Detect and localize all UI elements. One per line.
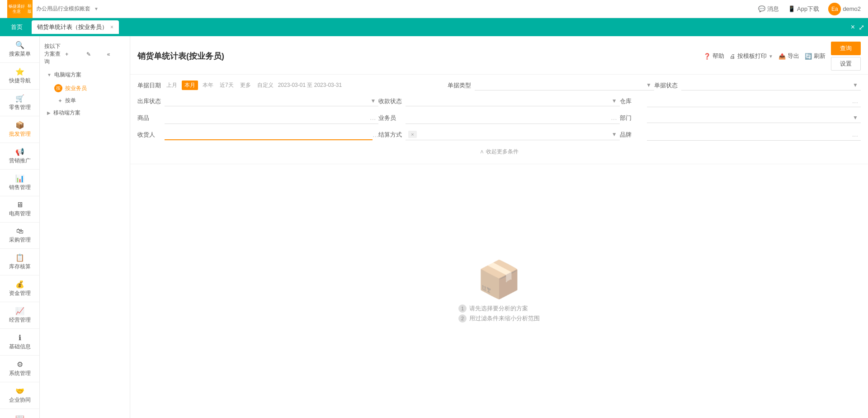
department-label: 部门 (620, 114, 647, 122)
sidebar-item-quicknav[interactable]: ⭐ 快捷导航 (0, 63, 39, 90)
goods-dots[interactable]: ... (370, 114, 376, 122)
filter-brand: 品牌 ... (620, 128, 861, 141)
edit-scheme-button[interactable]: ✎ (86, 51, 104, 57)
close-window-button[interactable]: × (851, 23, 855, 32)
empty-illustration: 📦 (476, 258, 522, 301)
sidebar-item-sales[interactable]: 📊 销售管理 (0, 170, 39, 196)
add-scheme-button[interactable]: + (65, 51, 83, 57)
date-tab-thismonth[interactable]: 本月 (182, 81, 198, 90)
date-tab-custom[interactable]: 自定义 (255, 81, 275, 90)
sidebar-item-finance[interactable]: 💰 资金管理 (0, 276, 39, 302)
sidebar-item-search[interactable]: 🔍 搜索菜单 (0, 36, 39, 63)
brand-dots[interactable]: ... (852, 130, 858, 138)
brand-select[interactable]: ... (647, 128, 861, 141)
print-dropdown-icon: ▼ (769, 54, 773, 59)
collapse-panel-button[interactable]: « (107, 51, 125, 57)
docstatus-label: 单据状态 (654, 81, 681, 90)
tree-child-by-salesperson[interactable]: 按 按业务员 (40, 81, 130, 95)
box-icon: 📦 (2, 121, 38, 129)
top-bar-left: 畅捷通好生意 标版 办公用品行业模拟账套 ▼ (7, 0, 99, 18)
tree-pc-group[interactable]: ▼ 电脑端方案 (40, 68, 130, 81)
empty-state: 📦 1 请先选择要分析的方案 2 用过滤条件来缩小分析范围 (130, 164, 868, 418)
filter-doctype: 单据类型 ▼ (448, 80, 654, 90)
paymentstatus-select[interactable]: ▼ (406, 96, 619, 106)
doctype-chevron: ▼ (646, 82, 651, 88)
date-tab-thisyear[interactable]: 本年 (201, 81, 215, 90)
tree-group-pc: ▼ 电脑端方案 按 按业务员 ✦ 按单 (40, 68, 130, 106)
date-label: 单据日期 (137, 81, 165, 90)
hint-num-2: 2 (458, 314, 467, 323)
gear-icon: ⚙ (2, 360, 38, 369)
sidebar-item-guide[interactable]: 📖 新手引导 (0, 409, 39, 418)
docstatus-chevron: ▼ (853, 82, 858, 88)
download-icon: 📱 (788, 5, 795, 12)
receiver-input[interactable] (165, 129, 373, 140)
date-tab-more[interactable]: 更多 (238, 81, 253, 90)
tab-sales-stats[interactable]: 销货单统计表（按业务员） × (32, 20, 119, 34)
filter-receiver: 收货人 ... (137, 129, 378, 140)
trend-icon: 📈 (2, 307, 38, 315)
main-container: 🔍 搜索菜单 ⭐ 快捷导航 🛒 零售管理 📦 批发管理 📢 营销推广 📊 销售管… (0, 36, 868, 418)
warehouse-select[interactable]: ... (647, 95, 861, 107)
settings-button[interactable]: 设置 (831, 57, 861, 71)
sidebar: 🔍 搜索菜单 ⭐ 快捷导航 🛒 零售管理 📦 批发管理 📢 营销推广 📊 销售管… (0, 36, 40, 418)
settlement-select[interactable]: × ▼ (406, 129, 619, 140)
date-tab-lastmonth[interactable]: 上月 (165, 81, 179, 90)
settlement-tag: × (408, 131, 416, 138)
monitor-icon: 🖥 (2, 201, 38, 209)
sidebar-item-purchase[interactable]: 🛍 采购管理 (0, 223, 39, 249)
doctype-select[interactable]: ▼ (475, 80, 654, 90)
clipboard-icon: 📋 (2, 253, 38, 262)
goods-label: 商品 (137, 114, 165, 122)
help-icon: ❓ (703, 53, 711, 60)
messages-button[interactable]: 💬 消息 (758, 5, 779, 13)
department-chevron: ▼ (853, 114, 858, 121)
sidebar-item-basic[interactable]: ℹ 基础信息 (0, 329, 39, 356)
query-button[interactable]: 查询 (831, 42, 861, 55)
user-avatar[interactable]: Ea demo2 (828, 3, 861, 15)
docstatus-select[interactable]: ▼ (681, 80, 861, 90)
tab-home[interactable]: 首页 (4, 20, 30, 34)
help-button[interactable]: ❓ 帮助 (703, 52, 724, 60)
chart-icon: 📊 (2, 174, 38, 183)
print-button[interactable]: 🖨 按模板打印 ▼ (730, 52, 773, 60)
page-body: 按以下方案查询 + ✎ « ▼ 电脑端方案 按 按业务员 ✦ (40, 36, 868, 418)
sidebar-item-operations[interactable]: 📈 经营管理 (0, 302, 39, 329)
receiver-dots[interactable]: ... (373, 131, 378, 139)
date-range-display: 2023-03-01 至 2023-03-31 (278, 81, 342, 89)
app-download-button[interactable]: 📱 App下载 (788, 5, 819, 13)
salesperson-dots[interactable]: ... (611, 114, 617, 122)
sidebar-item-wholesale[interactable]: 📦 批发管理 (0, 116, 39, 143)
maximize-window-button[interactable]: ⤢ (859, 23, 864, 32)
sidebar-item-retail[interactable]: 🛒 零售管理 (0, 90, 39, 116)
filter-row-2: 出库状态 ▼ 收款状态 ▼ (137, 95, 861, 107)
outstatus-chevron: ▼ (370, 98, 376, 104)
tab-close-button[interactable]: × (110, 24, 113, 30)
megaphone-icon: 📢 (2, 147, 38, 156)
paymentstatus-label: 收款状态 (378, 97, 406, 105)
salesperson-select[interactable]: ... (406, 112, 619, 124)
export-button[interactable]: 📤 导出 (778, 52, 799, 60)
filter-department: 部门 ▼ (620, 113, 861, 123)
date-tab-7days[interactable]: 近7天 (218, 81, 236, 90)
sidebar-item-inventory[interactable]: 📋 库存核算 (0, 249, 39, 276)
refresh-button[interactable]: 🔄 刷新 (805, 52, 826, 60)
sidebar-item-marketing[interactable]: 📢 营销推广 (0, 143, 39, 170)
collapse-filter-button[interactable]: ∧ 收起更多条件 (480, 148, 518, 155)
tree-mobile-group[interactable]: ▶ 移动端方案 (40, 106, 130, 119)
filter-settlement: 结算方式 × ▼ (378, 129, 619, 140)
tree-mobile-collapse-icon: ▶ (47, 110, 51, 115)
department-select[interactable]: ▼ (647, 113, 861, 123)
app-title[interactable]: 办公用品行业模拟账套 (36, 5, 90, 13)
sidebar-item-collab[interactable]: 🤝 企业协同 (0, 382, 39, 409)
sidebar-item-ecommerce[interactable]: 🖥 电商管理 (0, 196, 39, 223)
settlement-chevron: ▼ (612, 131, 617, 138)
settlement-clear-button[interactable]: × (411, 132, 414, 137)
doctype-label: 单据类型 (448, 81, 475, 90)
filter-row-3: 商品 ... 业务员 ... 部门 (137, 112, 861, 124)
sidebar-item-system[interactable]: ⚙ 系统管理 (0, 356, 39, 382)
warehouse-dots[interactable]: ... (852, 97, 858, 105)
goods-select[interactable]: ... (165, 112, 378, 124)
tree-sub-by-order[interactable]: ✦ 按单 (40, 95, 130, 106)
outstatus-select[interactable]: ▼ (165, 96, 378, 106)
